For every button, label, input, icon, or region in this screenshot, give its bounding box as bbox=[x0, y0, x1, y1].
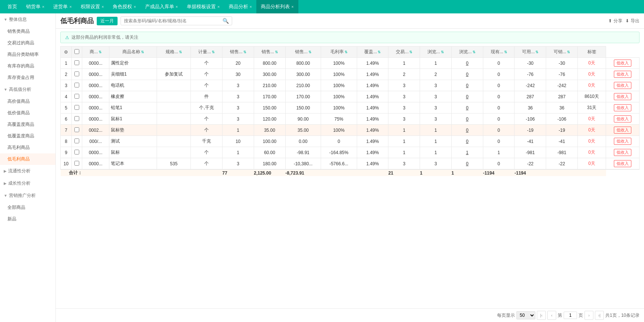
row-checkbox-cell[interactable] bbox=[72, 69, 82, 80]
row-checkbox[interactable] bbox=[74, 105, 79, 110]
row-checkbox-cell[interactable] bbox=[72, 58, 82, 69]
row-checkbox[interactable] bbox=[74, 127, 79, 132]
nav-close-template[interactable]: × bbox=[217, 4, 220, 9]
sidebar-item-high-margin[interactable]: 高毛利商品 bbox=[0, 142, 55, 153]
col-name[interactable]: 商品名称⇅ bbox=[109, 47, 157, 58]
nav-close-role[interactable]: × bbox=[134, 4, 136, 9]
sidebar-item-all-goods[interactable]: 全部商品 bbox=[0, 202, 55, 213]
row-checkbox[interactable] bbox=[74, 116, 79, 121]
search-icon[interactable]: 🔍 bbox=[222, 18, 229, 24]
sidebar-item-low-margin[interactable]: 低毛利商品 bbox=[0, 153, 55, 165]
row-checkbox[interactable] bbox=[74, 60, 79, 65]
search-input[interactable] bbox=[124, 18, 222, 23]
nav-product-in[interactable]: 产成品入库单 × bbox=[141, 0, 182, 13]
sidebar-item-high-value[interactable]: 高价值商品 bbox=[0, 96, 55, 107]
row-view1[interactable]: 0 bbox=[451, 102, 483, 114]
row-name[interactable]: 鼠标 bbox=[109, 147, 157, 158]
row-view1[interactable]: 1 bbox=[451, 147, 483, 158]
row-view1[interactable]: 0 bbox=[451, 58, 483, 69]
col-spec[interactable]: 规格...⇅ bbox=[157, 47, 191, 58]
col-sales[interactable]: 销售...⇅ bbox=[285, 47, 321, 58]
col-checkbox[interactable] bbox=[72, 47, 82, 58]
row-checkbox-cell[interactable] bbox=[72, 114, 82, 125]
sidebar-section-marketing[interactable]: ▼ 营销推广分析 bbox=[0, 189, 55, 202]
first-page-btn[interactable]: |‹ bbox=[537, 311, 546, 320]
nav-purchase[interactable]: 进货单 × bbox=[49, 0, 76, 13]
nav-role[interactable]: 角色授权 × bbox=[108, 0, 140, 13]
next-page-btn[interactable]: › bbox=[584, 311, 593, 320]
row-name[interactable]: 鼠标1 bbox=[109, 114, 157, 125]
col-settings[interactable]: ⚙ bbox=[61, 47, 72, 58]
sidebar-section-growth[interactable]: ▶ 成长性分析 bbox=[0, 177, 55, 189]
col-unit[interactable]: 计量...⇅ bbox=[191, 47, 222, 58]
row-checkbox[interactable] bbox=[74, 150, 79, 154]
col-tag[interactable]: 标签 bbox=[578, 47, 606, 58]
export-btn[interactable]: ⬇ 导出 bbox=[625, 18, 640, 24]
row-view1[interactable]: 0 bbox=[451, 69, 483, 80]
nav-sales[interactable]: 销货单 × bbox=[22, 0, 49, 13]
col-current[interactable]: 现有...⇅ bbox=[483, 47, 515, 58]
row-checkbox[interactable] bbox=[74, 71, 79, 76]
nav-close-purchase[interactable]: × bbox=[69, 4, 71, 9]
row-name[interactable]: 吴细细1 bbox=[109, 69, 157, 80]
sidebar-item-sales-goods[interactable]: 销售类商品 bbox=[0, 26, 55, 37]
sidebar-collapse-btn[interactable]: 《 bbox=[55, 43, 56, 58]
row-name[interactable]: 电话机 bbox=[109, 80, 157, 91]
row-name[interactable]: 橡皮擦 bbox=[109, 91, 157, 102]
col-margin[interactable]: 毛利率⇅ bbox=[321, 47, 357, 58]
row-name[interactable]: 铅笔1 bbox=[109, 102, 157, 114]
row-view1[interactable]: 0 bbox=[451, 125, 483, 136]
row-checkbox-cell[interactable] bbox=[72, 125, 82, 136]
row-name[interactable]: 属性定价 bbox=[109, 58, 157, 69]
row-view1[interactable]: 0 bbox=[451, 91, 483, 102]
nav-close-sales[interactable]: × bbox=[42, 4, 44, 9]
col-sellable[interactable]: 可销...⇅ bbox=[546, 47, 578, 58]
sidebar-section-value[interactable]: ▼ 高低值分析 bbox=[0, 83, 55, 96]
row-checkbox-cell[interactable] bbox=[72, 80, 82, 91]
sidebar-item-high-coverage[interactable]: 高覆盖度商品 bbox=[0, 119, 55, 130]
sidebar-item-new-goods[interactable]: 新品 bbox=[0, 213, 55, 225]
sidebar-item-traded-goods[interactable]: 交易过的商品 bbox=[0, 37, 55, 49]
row-view1[interactable]: 0 bbox=[451, 80, 483, 91]
nav-template[interactable]: 单据模板设置 × bbox=[182, 0, 224, 13]
nav-permissions[interactable]: 权限设置 × bbox=[76, 0, 108, 13]
row-view1[interactable]: 0 bbox=[451, 114, 483, 125]
row-view1[interactable]: 0 bbox=[451, 158, 483, 170]
row-checkbox[interactable] bbox=[74, 161, 79, 166]
col-code[interactable]: 商...⇅ bbox=[82, 47, 109, 58]
col-view2[interactable]: 浏览...⇅ bbox=[451, 47, 483, 58]
share-btn[interactable]: ⬆ 分享 bbox=[608, 18, 622, 24]
nav-analysis[interactable]: 商品分析 × bbox=[224, 0, 256, 13]
filter-recent-month-btn[interactable]: 近一月 bbox=[97, 17, 118, 25]
sidebar-item-low-value[interactable]: 低价值商品 bbox=[0, 107, 55, 119]
row-checkbox-cell[interactable] bbox=[72, 91, 82, 102]
sidebar-section-circulation[interactable]: ▶ 流通性分析 bbox=[0, 165, 55, 177]
col-trade[interactable]: 交易...⇅ bbox=[388, 47, 420, 58]
page-size-dropdown[interactable]: 50 100 bbox=[516, 311, 535, 319]
row-checkbox-cell[interactable] bbox=[72, 102, 82, 114]
row-view1[interactable]: 0 bbox=[451, 136, 483, 147]
last-page-btn[interactable]: ›| bbox=[595, 311, 604, 320]
nav-close-permissions[interactable]: × bbox=[102, 4, 104, 9]
row-checkbox-cell[interactable] bbox=[72, 158, 82, 170]
nav-analysis-list[interactable]: 商品分析列表 × bbox=[256, 0, 298, 13]
col-coverage[interactable]: 覆盖...⇅ bbox=[357, 47, 388, 58]
col-qty[interactable]: 销售...⇅ bbox=[222, 47, 254, 58]
row-checkbox[interactable] bbox=[74, 138, 79, 143]
row-checkbox[interactable] bbox=[74, 94, 79, 99]
row-checkbox-cell[interactable] bbox=[72, 147, 82, 158]
prev-page-btn[interactable]: ‹ bbox=[547, 311, 556, 320]
col-available[interactable]: 可用...⇅ bbox=[515, 47, 546, 58]
sidebar-item-category-rate[interactable]: 商品分类助销率 bbox=[0, 49, 55, 60]
row-name[interactable]: 笔记本 bbox=[109, 158, 157, 170]
sidebar-item-in-stock[interactable]: 有库存的商品 bbox=[0, 60, 55, 72]
select-all-checkbox[interactable] bbox=[74, 49, 79, 54]
nav-close-analysis[interactable]: × bbox=[250, 4, 252, 9]
nav-close-analysis-list[interactable]: × bbox=[291, 4, 294, 9]
sidebar-section-overall[interactable]: ▼ 整体信息 bbox=[0, 13, 55, 26]
row-checkbox-cell[interactable] bbox=[72, 136, 82, 147]
nav-home[interactable]: 首页 bbox=[3, 0, 22, 13]
row-checkbox[interactable] bbox=[74, 83, 79, 87]
page-input[interactable] bbox=[564, 312, 577, 319]
nav-close-product-in[interactable]: × bbox=[176, 4, 178, 9]
